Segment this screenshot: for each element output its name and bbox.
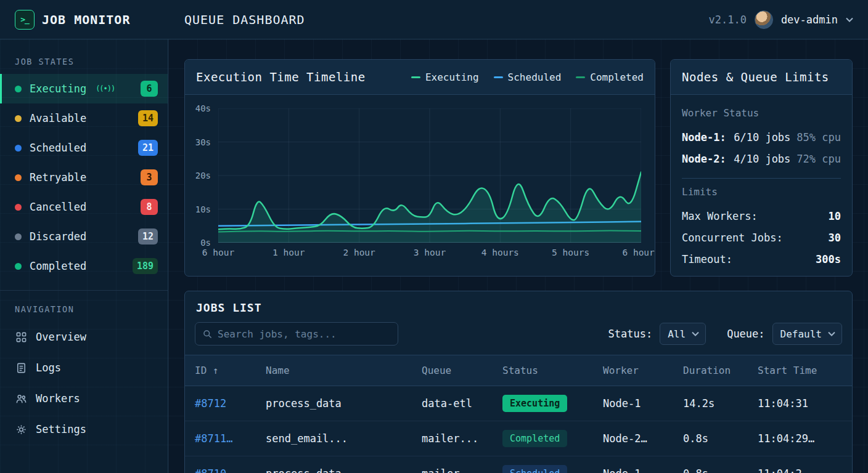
state-count-badge: 6 xyxy=(141,81,158,97)
username[interactable]: dev-admin xyxy=(781,14,838,26)
state-count-badge: 12 xyxy=(138,228,158,245)
x-tick: 2 hour xyxy=(343,248,375,257)
chevron-down-icon xyxy=(692,331,699,336)
gear-icon xyxy=(15,423,27,435)
jobs-card: JOBS LIST Status: All Queue: xyxy=(184,291,853,473)
legend-label: Completed xyxy=(590,71,644,83)
state-dot xyxy=(15,263,22,270)
job-id-link[interactable]: #8710 xyxy=(195,467,226,473)
jobs-title: JOBS LIST xyxy=(196,301,262,314)
search-input[interactable] xyxy=(218,328,390,340)
live-signal-icon: ((•)) xyxy=(96,84,115,93)
sidebar-state-executing[interactable]: Executing ((•)) 6 xyxy=(0,74,168,103)
x-tick: 5 hours xyxy=(552,248,589,257)
state-dot xyxy=(15,115,22,122)
chevron-down-icon xyxy=(828,331,835,336)
nav-label: Overview xyxy=(36,331,86,343)
column-header-start-time[interactable]: Start Time xyxy=(748,355,852,386)
column-header-name[interactable]: Name xyxy=(256,355,412,386)
y-tick: 0s xyxy=(200,238,211,248)
sidebar-state-completed[interactable]: Completed 189 xyxy=(0,251,168,281)
table-row[interactable]: #8710 process_data mailer Scheduled Node… xyxy=(185,456,852,473)
main-content: Execution Time Timeline Executing Schedu… xyxy=(168,39,868,473)
sidebar-state-available[interactable]: Available 14 xyxy=(0,103,168,133)
y-tick: 40s xyxy=(195,103,211,113)
worker-status-label: Worker Status xyxy=(682,107,841,119)
job-id-link[interactable]: #8712 xyxy=(195,397,226,410)
job-id-link[interactable]: #8711… xyxy=(195,432,232,445)
sidebar-item-overview[interactable]: Overview xyxy=(0,321,168,352)
x-tick: 6 hours xyxy=(622,248,655,257)
sidebar-item-workers[interactable]: Workers xyxy=(0,383,168,414)
state-dot xyxy=(15,204,22,211)
table-row[interactable]: #8711… send_email... mailer... Completed… xyxy=(185,421,852,456)
legend-dash-executing xyxy=(411,76,420,78)
topbar: >_ JOB MONITOR QUEUE DASHBOARD v2.1.0 de… xyxy=(0,0,868,39)
state-count-badge: 8 xyxy=(141,199,158,215)
users-icon xyxy=(15,392,27,405)
worker-row: Node-2: 4/10 jobs 72% cpu xyxy=(682,148,841,169)
x-tick: 6 hour xyxy=(202,248,234,257)
brand: >_ JOB MONITOR xyxy=(15,10,168,30)
table-row[interactable]: #8712 process_data data-etl Executing No… xyxy=(185,386,852,421)
nodes-divider xyxy=(682,178,841,179)
y-tick: 20s xyxy=(195,171,211,180)
legend-completed[interactable]: Completed xyxy=(576,71,644,83)
state-label: Discarded xyxy=(30,230,86,243)
state-dot xyxy=(15,145,22,152)
page-title: QUEUE DASHBOARD xyxy=(184,12,305,27)
limit-name: Max Workers: xyxy=(682,210,758,222)
navigation-section-label: NAVIGATION xyxy=(0,298,168,321)
brand-title: JOB MONITOR xyxy=(42,12,130,27)
worker-name: Node-1: xyxy=(682,131,726,144)
job-queue: mailer... xyxy=(412,421,493,456)
x-tick: 3 hour xyxy=(414,248,446,257)
limit-row: Max Workers: 10 xyxy=(682,205,841,227)
topbar-right: v2.1.0 dev-admin xyxy=(708,10,853,29)
chevron-down-icon[interactable] xyxy=(846,17,853,22)
limit-value: 10 xyxy=(829,210,841,222)
version-label: v2.1.0 xyxy=(708,14,746,26)
column-header-queue[interactable]: Queue xyxy=(412,355,493,386)
limit-name: Concurrent Jobs: xyxy=(682,232,783,244)
state-count-badge: 14 xyxy=(138,110,158,126)
column-header-duration[interactable]: Duration xyxy=(673,355,748,386)
limit-row: Concurrent Jobs: 30 xyxy=(682,227,841,248)
job-name: process_data xyxy=(256,386,412,421)
sidebar-state-discarded[interactable]: Discarded 12 xyxy=(0,222,168,251)
sidebar-divider xyxy=(0,290,168,291)
sidebar-item-logs[interactable]: Logs xyxy=(0,352,168,383)
job-start-time: 11:04:29… xyxy=(748,421,852,456)
nav-label: Workers xyxy=(36,392,80,405)
job-duration: 0.8s xyxy=(673,421,748,456)
job-worker: Node-2… xyxy=(593,421,673,456)
status-filter-select[interactable]: All xyxy=(660,323,706,345)
timeline-title: Execution Time Timeline xyxy=(196,70,366,84)
job-states-section-label: JOB STATES xyxy=(0,51,168,74)
sidebar-state-cancelled[interactable]: Cancelled 8 xyxy=(0,192,168,222)
nav-label: Logs xyxy=(36,362,61,374)
queue-filter-value: Default xyxy=(780,328,822,340)
worker-jobs: 4/10 jobs xyxy=(734,153,790,165)
column-header-status[interactable]: Status xyxy=(493,355,593,386)
job-duration: 14.2s xyxy=(673,386,748,421)
column-header-id[interactable]: ID ↑ xyxy=(185,355,256,386)
sidebar-state-retryable[interactable]: Retryable 3 xyxy=(0,163,168,192)
queue-filter-select[interactable]: Default xyxy=(772,323,842,345)
timeline-chart xyxy=(218,108,641,243)
legend-scheduled[interactable]: Scheduled xyxy=(494,71,562,83)
jobs-card-header: JOBS LIST xyxy=(185,291,852,322)
search-box[interactable] xyxy=(195,322,398,346)
sidebar-item-settings[interactable]: Settings xyxy=(0,414,168,445)
column-header-worker[interactable]: Worker xyxy=(593,355,673,386)
legend-executing[interactable]: Executing xyxy=(411,71,479,83)
avatar[interactable] xyxy=(755,10,773,29)
timeline-card: Execution Time Timeline Executing Schedu… xyxy=(184,59,655,277)
state-label: Retryable xyxy=(30,171,86,184)
sidebar-state-scheduled[interactable]: Scheduled 21 xyxy=(0,133,168,163)
app-root: >_ JOB MONITOR QUEUE DASHBOARD v2.1.0 de… xyxy=(0,0,868,473)
status-badge: Completed xyxy=(502,430,567,447)
worker-name: Node-2: xyxy=(682,153,726,165)
state-count-badge: 21 xyxy=(138,140,158,156)
status-badge: Executing xyxy=(502,395,567,412)
